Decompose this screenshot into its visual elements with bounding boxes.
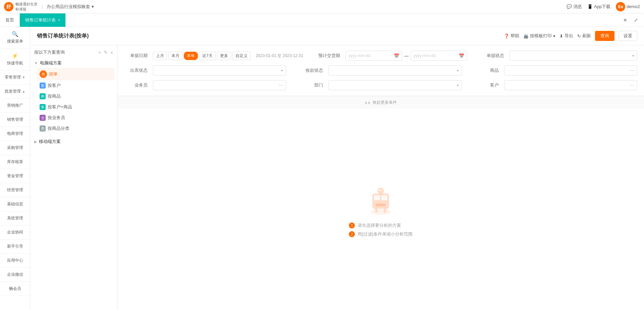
- tree-group-mobile-label[interactable]: ▶ 移动端方案: [33, 137, 114, 147]
- print-button[interactable]: 🖨️ 按模板打印 ▾: [523, 33, 555, 39]
- breadcrumb-dropdown[interactable]: 办公用品行业模拟账套 ▾: [47, 4, 94, 10]
- app-download-button[interactable]: 📱 App下载: [587, 4, 610, 10]
- date-btn-thisyear[interactable]: 本年: [184, 52, 198, 60]
- expected-date-label: 预计交货期: [317, 53, 340, 59]
- tree-item-by-product[interactable]: 商 按商品: [37, 91, 114, 102]
- department-select[interactable]: ▾: [328, 80, 462, 90]
- outbound-select-arrow-icon: ▾: [281, 68, 283, 73]
- logo-area: 好 畅捷通好生意 标准版: [4, 2, 38, 11]
- department-label: 部门: [300, 82, 323, 88]
- query-button[interactable]: 查询: [595, 31, 614, 41]
- sidebar-item-retail[interactable]: 零售管理 ▼: [0, 70, 30, 85]
- message-icon: 💬: [567, 4, 572, 9]
- edit-plan-button[interactable]: ✎: [104, 50, 108, 55]
- sidebar-item-ecommerce[interactable]: 电商管理: [0, 127, 30, 141]
- tab-close-icon[interactable]: ×: [58, 18, 60, 22]
- sidebar-item-quicknav[interactable]: ⚡ 快捷导航: [0, 49, 30, 70]
- message-button[interactable]: 💬 消息: [567, 4, 582, 10]
- sidebar-item-appcenter[interactable]: 应用中心: [0, 254, 30, 268]
- tree-item-by-staff[interactable]: 业 按业务员: [37, 112, 114, 123]
- help-icon: ❓: [504, 34, 509, 39]
- date-start-input[interactable]: yyyy-mm-dd 📅: [345, 51, 402, 61]
- tab-bar: 首页 销售订单统计表 × ✕ ⤢: [0, 13, 644, 27]
- sidebar-item-member[interactable]: 畅会员: [0, 282, 30, 296]
- payment-label: 收款状态: [300, 67, 323, 73]
- svg-rect-9: [384, 208, 386, 213]
- goods-more-icon[interactable]: ···: [630, 67, 634, 73]
- calendar-start-icon: 📅: [394, 53, 399, 58]
- date-btn-more[interactable]: 更多: [217, 52, 231, 60]
- collapse-bar[interactable]: ∧∧ 收起更多条件: [117, 96, 644, 109]
- date-btn-7days[interactable]: 近7天: [199, 52, 216, 60]
- top-bar-right: 💬 消息 📱 App下载 Ea demo2: [567, 2, 640, 11]
- date-btn-thismonth[interactable]: 本月: [168, 52, 182, 60]
- tab-home[interactable]: 首页: [0, 13, 20, 27]
- tree-group-desktop-label[interactable]: ▼ 电脑端方案: [33, 58, 114, 68]
- tab-sales-statistics[interactable]: 销售订单统计表 ×: [20, 13, 66, 27]
- export-button[interactable]: ⬇ 导出: [559, 33, 573, 39]
- collapse-icon: ∧∧: [365, 100, 371, 105]
- customer-more-icon[interactable]: ···: [630, 82, 634, 88]
- sidebar-item-cooperation[interactable]: 企业协同: [0, 225, 30, 240]
- goods-label: 商品: [475, 67, 499, 73]
- window-close-button[interactable]: ✕: [621, 16, 629, 24]
- tree-item-icon-staff: 业: [40, 115, 46, 121]
- help-button[interactable]: ❓ 帮助: [504, 33, 519, 39]
- staff-more-icon[interactable]: ···: [279, 82, 283, 88]
- quicknav-icon: ⚡: [12, 53, 18, 59]
- svg-point-7: [381, 190, 383, 191]
- staff-select[interactable]: ···: [153, 80, 286, 90]
- date-btn-custom[interactable]: 自定义: [232, 52, 251, 60]
- sidebar-item-wholesale[interactable]: 批发管理 ▲: [0, 85, 30, 99]
- svg-rect-3: [381, 195, 387, 200]
- date-end-input[interactable]: yyyy-mm-dd 📅: [411, 51, 467, 61]
- add-plan-button[interactable]: +: [98, 50, 101, 55]
- left-panel: 按以下方案查询 + ✎ « ▼ 电脑端方案: [30, 45, 117, 310]
- status-select[interactable]: ▾: [509, 51, 637, 61]
- date-range-text: 2023-01-01 至 2023-12-31: [256, 53, 303, 59]
- empty-tip-1: 1 请先选择要分析的方案: [349, 222, 412, 228]
- goods-select[interactable]: ···: [504, 65, 637, 75]
- sidebar-item-sales[interactable]: 销售管理: [0, 113, 30, 127]
- sidebar-item-procurement[interactable]: 采购管理: [0, 141, 30, 155]
- window-expand-button[interactable]: ⤢: [632, 16, 640, 24]
- tree-item-icon-order: 按: [40, 70, 47, 78]
- sidebar-item-operations[interactable]: 经营管理: [0, 183, 30, 197]
- svg-point-6: [379, 190, 380, 191]
- tree-item-by-order[interactable]: 按 按单: [37, 68, 114, 80]
- tree-item-by-category[interactable]: 类 按商品分类: [37, 123, 114, 134]
- date-label: 单据日期: [124, 53, 148, 59]
- breadcrumb-separator: |: [42, 4, 43, 9]
- top-bar-left: 好 畅捷通好生意 标准版 | 办公用品行业模拟账套 ▾: [4, 2, 94, 11]
- payment-select[interactable]: ▾: [328, 65, 462, 75]
- tree-item-icon-product: 商: [40, 93, 46, 99]
- refresh-button[interactable]: ↻ 刷新: [577, 33, 591, 39]
- collapse-panel-button[interactable]: «: [110, 50, 113, 55]
- tree-item-by-customer[interactable]: 客 按客户: [37, 80, 114, 91]
- settings-button[interactable]: 设置: [619, 31, 637, 41]
- sidebar-item-search[interactable]: 🔍 搜索菜单: [0, 27, 30, 49]
- page-header: 销售订单统计表(按单) ❓ 帮助 🖨️ 按模板打印 ▾ ⬇ 导出: [30, 27, 644, 45]
- svg-rect-8: [375, 208, 378, 213]
- svg-point-5: [377, 188, 384, 194]
- sidebar-item-inventory[interactable]: 库存核算: [0, 155, 30, 169]
- sidebar-item-finance[interactable]: 资金管理: [0, 169, 30, 183]
- tree-item-icon-category: 类: [40, 125, 46, 132]
- outbound-select[interactable]: ▾: [153, 65, 286, 75]
- date-btn-lastmonth[interactable]: 上月: [153, 52, 167, 60]
- sidebar-item-system[interactable]: 系统管理: [0, 211, 30, 225]
- export-icon: ⬇: [559, 34, 563, 39]
- sidebar-item-basic[interactable]: 基础信息: [0, 197, 30, 211]
- filter-area: 单据日期 上月 本月 本年 近7天 更多 自定义 2023-01-01 至 20…: [117, 45, 644, 96]
- svg-point-0: [371, 209, 391, 215]
- customer-select[interactable]: ···: [504, 80, 637, 90]
- sidebar-item-marketing[interactable]: 营销推广: [0, 99, 30, 113]
- sidebar-item-wechat[interactable]: 企业微信: [0, 268, 30, 282]
- tree-item-by-customer-product[interactable]: 客 按客户+商品: [37, 102, 114, 112]
- user-menu[interactable]: Ea demo2: [616, 2, 640, 11]
- empty-tips: 1 请先选择要分析的方案 2 用[过滤]条件来缩小分析范围: [349, 222, 412, 237]
- page-title: 销售订单统计表(按单): [37, 33, 89, 40]
- expand-icon-mobile: ▶: [34, 140, 37, 144]
- inner-layout: 按以下方案查询 + ✎ « ▼ 电脑端方案: [30, 45, 644, 310]
- sidebar-item-newguide[interactable]: 新手引导: [0, 240, 30, 254]
